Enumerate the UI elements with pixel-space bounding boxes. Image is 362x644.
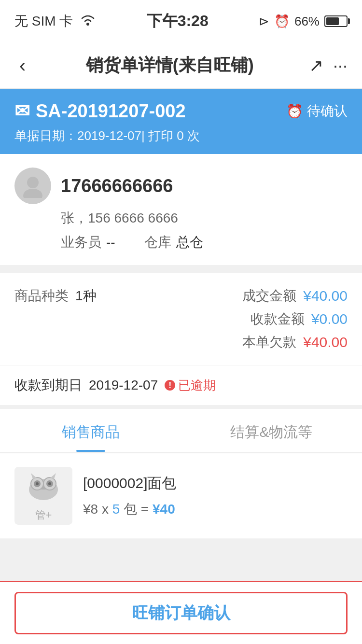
- customer-meta: 业务员 -- 仓库 总仓: [61, 233, 348, 252]
- product-unit: 包: [124, 502, 137, 517]
- product-price: ¥8 x 5 包 = ¥40: [83, 500, 348, 518]
- status-left: 无 SIM 卡: [14, 12, 96, 30]
- summary-card: 商品种类 1种 成交金额 ¥40.00 收款金额 ¥0.00 本单欠款 ¥40.…: [0, 273, 362, 365]
- page-title: 销货单详情(来自旺铺): [86, 54, 254, 77]
- order-header: ✉ SA-20191207-002 ⏰ 待确认 单据日期：2019-12-07|…: [0, 89, 362, 154]
- due-date-label: 收款到期日: [14, 376, 82, 394]
- bottom-bar: 旺铺订单确认: [0, 581, 362, 644]
- salesperson-value: --: [106, 235, 115, 250]
- status-clock-icon: ⏰: [286, 103, 303, 119]
- product-logo-icon: [24, 469, 63, 506]
- nav-actions: ↗ ···: [309, 56, 348, 76]
- confirm-button[interactable]: 旺铺订单确认: [14, 592, 348, 634]
- svg-point-2: [23, 189, 42, 198]
- product-logo-plus: 管+: [35, 508, 52, 522]
- product-qty: 5: [112, 502, 120, 517]
- avatar: [14, 168, 51, 204]
- customer-card: 17666666666 张，156 6666 6666 业务员 -- 仓库 总仓: [0, 154, 362, 266]
- product-name: [0000002]面包: [83, 474, 348, 493]
- svg-marker-11: [31, 473, 37, 479]
- tab-settlement[interactable]: 结算&物流等: [181, 409, 362, 452]
- product-type-value: 1种: [75, 287, 97, 305]
- owed-value: ¥40.00: [303, 334, 348, 350]
- order-date: 单据日期：2019-12-07| 打印 0 次: [14, 127, 348, 144]
- customer-phone: 17666666666: [61, 176, 173, 196]
- separator-1: [0, 266, 362, 273]
- product-type-label: 商品种类: [14, 287, 69, 305]
- order-status: ⏰ 待确认: [286, 102, 348, 120]
- warehouse-label: 仓库: [144, 233, 171, 252]
- product-info: [0000002]面包 ¥8 x 5 包 = ¥40: [83, 474, 348, 518]
- salesperson-label: 业务员: [61, 233, 101, 252]
- order-icon: ✉: [14, 100, 30, 122]
- summary-left: 商品种类 1种: [14, 287, 242, 305]
- carrier-label: 无 SIM 卡: [14, 12, 73, 30]
- alarm-icon: ⏰: [274, 14, 290, 29]
- received-label: 收款金额: [251, 310, 305, 328]
- product-thumbnail: 管+: [14, 467, 72, 525]
- summary-right: 成交金额 ¥40.00 收款金额 ¥0.00 本单欠款 ¥40.00: [242, 287, 348, 351]
- order-id-text: SA-20191207-002: [36, 101, 186, 122]
- received-value: ¥0.00: [311, 311, 348, 327]
- svg-point-1: [27, 177, 39, 188]
- status-right: ⊳ ⏰ 66%: [259, 14, 348, 29]
- product-item: 管+ [0000002]面包 ¥8 x 5 包 = ¥40: [0, 453, 362, 539]
- price-value: ¥8: [83, 502, 98, 517]
- location-icon: ⊳: [259, 14, 269, 29]
- amount-label: 成交金额: [242, 287, 296, 305]
- due-date-card: 收款到期日 2019-12-07 ! 已逾期: [0, 365, 362, 409]
- svg-point-0: [86, 23, 89, 26]
- warehouse-value: 总仓: [176, 233, 203, 252]
- overdue-badge: ! 已逾期: [165, 377, 216, 394]
- wifi-icon: [80, 14, 96, 29]
- svg-marker-12: [50, 473, 56, 479]
- battery-percent: 66%: [294, 14, 320, 29]
- tab-products[interactable]: 销售商品: [0, 409, 181, 452]
- status-text: 待确认: [307, 102, 348, 120]
- owed-label: 本单欠款: [242, 333, 296, 351]
- overdue-icon: !: [165, 380, 175, 391]
- nav-bar: ‹ 销货单详情(来自旺铺) ↗ ···: [0, 42, 362, 89]
- overdue-label: 已逾期: [178, 377, 216, 394]
- amount-value: ¥40.00: [303, 288, 348, 304]
- svg-point-9: [48, 482, 51, 485]
- status-time: 下午3:28: [147, 11, 209, 32]
- customer-name: 张，156 6666 6666: [61, 209, 348, 227]
- tabs-container: 销售商品 结算&物流等: [0, 409, 362, 452]
- order-id: ✉ SA-20191207-002: [14, 100, 186, 122]
- due-date-value: 2019-12-07: [89, 378, 158, 393]
- share-icon[interactable]: ↗: [309, 56, 323, 76]
- back-button[interactable]: ‹: [14, 50, 30, 81]
- product-list: 管+ [0000002]面包 ¥8 x 5 包 = ¥40: [0, 453, 362, 539]
- battery-icon: [324, 15, 348, 27]
- more-icon[interactable]: ···: [333, 56, 348, 76]
- svg-point-6: [36, 482, 39, 485]
- status-bar: 无 SIM 卡 下午3:28 ⊳ ⏰ 66%: [0, 0, 362, 42]
- product-total: ¥40: [153, 502, 175, 517]
